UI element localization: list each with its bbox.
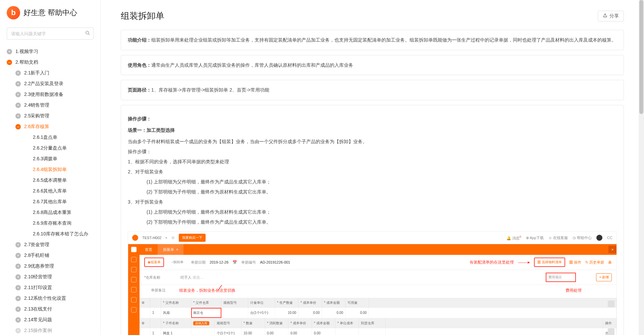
step-3b: (2) 下部明细为子件明细，最终作为产成品生成其它入库单。 — [128, 217, 617, 227]
nav-item-2-7[interactable]: +2.7资金管理 — [15, 239, 94, 250]
expand-icon: + — [15, 103, 21, 108]
nav-label: 2.6库存核算 — [24, 124, 49, 130]
nav-label: 2.1新手入门 — [24, 70, 49, 76]
nav-item-2-12[interactable]: +2.12系统个性化设置 — [15, 293, 94, 304]
nav-label: 2.帮助文档 — [15, 59, 38, 65]
wh-cell-highlight: 南京仓 — [191, 308, 221, 318]
page-header: 组装拆卸单 分享 — [121, 10, 624, 22]
share-icon — [603, 13, 607, 19]
nav-item-2-10[interactable]: +2.10经营管理 — [15, 272, 94, 282]
nav-leaf-2-6-2[interactable]: 2.6.2分量盘点单 — [33, 143, 94, 154]
nav-label: 2.15操作案例 — [24, 328, 52, 334]
search-box — [7, 27, 94, 40]
expand-icon: + — [15, 253, 21, 258]
shot-topbar: TEST-H002 ▾ ⚙ 我要购买一下 🔔 消息0 ⊕ App下载 ☺ 在线客… — [128, 232, 616, 244]
annot-switch: 组装业务，拆卸业务在这里切换 — [179, 286, 235, 294]
date-label: 单据日期 — [191, 259, 206, 266]
nav-item-2-3[interactable]: +2.3使用前数据准备 — [15, 89, 94, 100]
remark-label: 单据备注 — [144, 286, 166, 294]
nav-item-2-13[interactable]: +2.13在线支付 — [15, 304, 94, 315]
shot-user: CC — [607, 234, 612, 241]
expand-icon: + — [15, 306, 21, 312]
share-label: 分享 — [609, 13, 619, 19]
nav-leaf-2-6-6[interactable]: 2.6.6其他入库单 — [33, 186, 94, 197]
scene-title: 场景一：加工类型选择 — [128, 125, 617, 135]
nav-leaf-2-6-5[interactable]: 2.6.5成本调整单 — [33, 175, 94, 186]
shot-form-row2: *仓库名称 经手人 请选… 费用项目 + 新增 — [140, 270, 616, 285]
brand-logo-icon: b — [7, 6, 20, 19]
search-input[interactable] — [7, 27, 94, 40]
expand-icon: + — [15, 317, 21, 323]
nav-label: 2.11打印设置 — [24, 285, 52, 291]
expand-icon: + — [15, 70, 21, 76]
scene-desc: 当由多个子件材料组装成一个成品的业务为【组装】业务，当由一个父件拆分成多个子产品… — [128, 137, 617, 146]
expand-icon: + — [7, 49, 12, 54]
expand-icon: + — [15, 296, 21, 301]
sub-heading: 操作步骤： — [128, 147, 617, 156]
nav-item-2-4[interactable]: +2.4销售管理 — [15, 100, 94, 111]
scrollbar[interactable] — [639, 0, 644, 335]
nav-item-2-9[interactable]: +2.9优惠券管理 — [15, 261, 94, 272]
nav-item-2-6[interactable]: –2.6库存核算 — [15, 121, 94, 132]
no-label: 单据编号 — [241, 259, 256, 266]
nav-item-docs[interactable]: –2.帮助文档 — [7, 57, 94, 68]
child-grid-head: ⚙ * 子件名称 自动入库 规格型号* 数量* 消耗数量* 成本单价* 成本金额… — [140, 318, 616, 328]
nav-item-2-11[interactable]: +2.11打印设置 — [15, 282, 94, 293]
share-button[interactable]: 分享 — [598, 11, 624, 21]
nav-item-2-14[interactable]: +2.14常见问题 — [15, 315, 94, 325]
shot-form-row1: ◉ 组装单 ○ 拆卸单 单据日期 2019-12-26📅 单据编号 AD-201… — [140, 255, 616, 270]
auto-in-badge: 自动入库 — [193, 321, 209, 325]
nav-label: 2.10经营管理 — [24, 274, 52, 280]
rail-icon — [131, 287, 137, 292]
rail-icon — [131, 307, 137, 313]
nav-label: 2.7资金管理 — [24, 242, 49, 248]
step-2b: (2) 下部明细为子件明细，最终作为原材料生成其它出库单。 — [128, 187, 617, 197]
sidebar: b 好生意 帮助中心 +1.视频学习 –2.帮助文档 +2.1新手入门 +2.2… — [0, 0, 101, 335]
nav-item-2-15[interactable]: +2.15操作案例 — [15, 325, 94, 335]
step-1: 1、根据不同的业务，选择不同单据的类型来处理 — [128, 157, 617, 166]
nav-leaf-2-6-8[interactable]: 2.6.8商品成本重算 — [33, 207, 94, 218]
shot-tab-close-icon: × — [608, 246, 616, 253]
nav-label: 1.视频学习 — [15, 49, 38, 55]
nav-item-2-5[interactable]: +2.5采购管理 — [15, 111, 94, 121]
print-icon: 🖶 — [608, 259, 612, 266]
shot-help-link: ◷ 帮助中心 — [573, 234, 592, 241]
expand-icon: + — [15, 274, 21, 280]
nav-label: 2.4销售管理 — [24, 102, 49, 108]
nav-leaf-2-6-4[interactable]: 2.6.4组装拆卸单 — [33, 164, 94, 175]
nav-item-2-8[interactable]: +2.8手机旺铺 — [15, 250, 94, 261]
nav-item-video[interactable]: +1.视频学习 — [7, 46, 94, 57]
annot-list: 有装配清单的在这里处理 — [470, 258, 514, 266]
handler-value: 请选… — [193, 275, 204, 279]
nav-leaf-2-6-10[interactable]: 2.6.10库存账本错了怎么办 — [33, 229, 94, 239]
shot-tab-active: 拆装单× — [158, 244, 183, 255]
brand: b 好生意 帮助中心 — [7, 6, 94, 19]
shot-service-link: ☺ 在线客服 — [548, 234, 568, 241]
shot-msg-link: 🔔 消息0 — [506, 234, 521, 242]
step-3a: (1) 上部明细为父件明细，最终作为原材料生成其它出库单； — [128, 207, 617, 217]
path-card: 页面路径：1、库存核算->库存管理->组装拆卸单 2、首页->常用功能 — [121, 80, 624, 100]
step-2a: (1) 上部明细为父件明细，最终作为产成品生成其它入库单； — [128, 177, 617, 186]
shot-rail — [128, 244, 140, 335]
intro-text: 组装拆卸单用来处理企业组装或拆卸等加工业务，支持有固定装配清单的产品加工业务，也… — [151, 37, 616, 43]
rail-home-icon — [131, 247, 137, 252]
role-text: 通常由生产人员或库管人员完成拆装业务的操作，库管人员确认原材料的出库和产成品的入… — [151, 62, 353, 68]
rail-icon — [131, 267, 137, 272]
expand-icon: + — [15, 328, 21, 333]
nav-item-2-2[interactable]: +2.2产品安装及登录 — [15, 78, 94, 89]
nav-leaf-2-6-3[interactable]: 2.6.3调拨单 — [33, 154, 94, 164]
date-value: 2019-12-26 — [210, 259, 228, 266]
nav-leaf-2-6-9[interactable]: 2.6.9库存账本查询 — [33, 218, 94, 229]
nav-root: +1.视频学习 –2.帮助文档 +2.1新手入门 +2.2产品安装及登录 +2.… — [7, 46, 94, 335]
nav-leaf-2-6-7[interactable]: 2.6.7其他出库单 — [33, 197, 94, 207]
avatar-icon — [596, 235, 602, 241]
nav-leaf-2-6-1[interactable]: 2.6.1盘点单 — [33, 132, 94, 143]
scrollbar-thumb[interactable] — [639, 0, 643, 114]
nav-label: 2.5采购管理 — [24, 113, 49, 119]
shot-logo-icon — [132, 235, 138, 241]
role-label: 使用角色： — [128, 62, 151, 68]
expand-icon: + — [15, 92, 21, 97]
nav-item-2-1[interactable]: +2.1新手入门 — [15, 68, 94, 78]
brand-title: 好生意 帮助中心 — [23, 8, 77, 18]
arrow-icon: ———► — [518, 259, 530, 266]
